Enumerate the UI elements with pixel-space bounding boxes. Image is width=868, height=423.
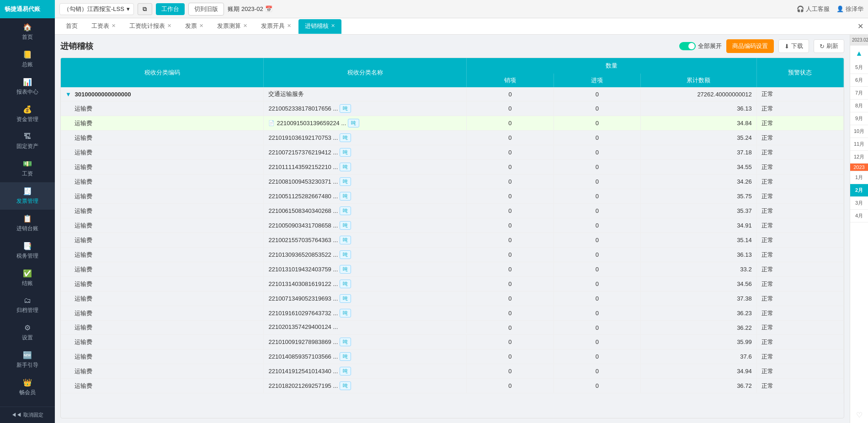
item-tag[interactable]: 吨 — [340, 163, 351, 171]
item-tag[interactable]: 吨 — [340, 338, 351, 346]
table-row[interactable]: 运输费 2210191036192170753 ... 吨 0 0 35.24 … — [61, 131, 844, 145]
tab-sales-audit[interactable]: 进销稽核 ✕ — [298, 19, 341, 34]
sidebar-item-guide[interactable]: 🆕 新手引导 — [0, 346, 55, 374]
workbench-button[interactable]: 工作台 — [156, 3, 185, 15]
sidebar-item-home[interactable]: 🏠 首页 — [0, 18, 55, 46]
tab-salary-table[interactable]: 工资表 ✕ — [85, 19, 122, 34]
item-tag[interactable]: 吨 — [340, 294, 351, 303]
table-row[interactable]: 运输费 2210182021269257195 ... 吨 0 0 36.72 … — [61, 379, 844, 393]
right-panel-month-3[interactable]: 3月 — [850, 197, 868, 210]
sale-cell: 0 — [467, 364, 554, 379]
collapse-icon[interactable]: ▼ — [65, 91, 71, 98]
tab-sales-audit-close[interactable]: ✕ — [331, 23, 335, 29]
close-all-button[interactable]: ✕ — [857, 22, 863, 31]
right-panel-month-7[interactable]: 7月 — [850, 87, 868, 100]
tab-invoice-close[interactable]: ✕ — [199, 23, 203, 29]
right-panel-month-6[interactable]: 6月 — [850, 74, 868, 87]
sidebar-item-sales-ledger[interactable]: 📋 进销台账 — [0, 210, 55, 237]
right-panel-month-9[interactable]: 9月 — [850, 112, 868, 125]
table-row[interactable]: 运输费 2210191610297643732 ... 吨 0 0 36.23 … — [61, 306, 844, 321]
table-row[interactable]: 运输费 📄 2210091503139659224 ... 吨 0 0 34.8… — [61, 116, 844, 131]
item-tag[interactable]: 吨 — [340, 177, 351, 186]
table-row[interactable]: 运输费 2210201357429400124 ... 0 0 36.22 正常 — [61, 321, 844, 335]
table-row[interactable]: 运输费 2210072157376219412 ... 吨 0 0 37.18 … — [61, 145, 844, 160]
table-row[interactable]: 运输费 2210050903431708658 ... 吨 0 0 34.91 … — [61, 218, 844, 233]
refresh-button[interactable]: ↻ 刷新 — [814, 39, 844, 53]
sidebar-item-reports[interactable]: 📊 报表中心 — [0, 73, 55, 100]
table-row[interactable]: 运输费 2210061508340340268 ... 吨 0 0 35.37 … — [61, 204, 844, 218]
expand-toggle[interactable] — [679, 42, 696, 50]
toggle-expand[interactable]: 全部展开 — [679, 42, 722, 50]
tab-invoice-issue[interactable]: 发票开具 ✕ — [255, 19, 298, 34]
copy-button[interactable]: ⧉ — [138, 3, 152, 15]
sidebar-footer-unpin[interactable]: ◀◀ 取消固定 — [0, 407, 55, 423]
right-panel-month-12[interactable]: 12月 — [850, 151, 868, 164]
tab-salary-table-close[interactable]: ✕ — [112, 23, 116, 29]
download-button[interactable]: ⬇ 下载 — [778, 39, 809, 53]
item-tag[interactable]: 吨 — [340, 352, 351, 361]
sidebar-item-tax[interactable]: 📑 税务管理 — [0, 237, 55, 264]
right-panel-month-4[interactable]: 4月 — [850, 210, 868, 222]
company-selector[interactable]: （勾销）江西报宝-LSS ▾ — [59, 3, 134, 15]
sidebar-item-invoice[interactable]: 🧾 发票管理 — [0, 182, 55, 210]
calendar-icon[interactable]: 📅 — [265, 5, 272, 12]
sidebar-item-member[interactable]: 👑 畅会员 — [0, 374, 55, 401]
item-tag[interactable]: 吨 — [340, 148, 351, 157]
sidebar-item-archive[interactable]: 🗂 归档管理 — [0, 292, 55, 319]
item-code-cell: 2210201357429400124 ... — [264, 321, 466, 333]
right-panel-month-5[interactable]: 5月 — [850, 61, 868, 74]
item-tag[interactable]: 吨 — [348, 119, 359, 127]
table-row[interactable]: 运输费 2210051125282667480 ... 吨 0 0 35.75 … — [61, 189, 844, 204]
sidebar-item-settings[interactable]: ⚙ 设置 — [0, 319, 55, 346]
item-tag[interactable]: 吨 — [340, 250, 351, 259]
item-tag[interactable]: 吨 — [340, 206, 351, 215]
status-cell: 正常 — [756, 116, 843, 131]
table-row[interactable]: 运输费 2210111143592152210 ... 吨 0 0 34.55 … — [61, 160, 844, 174]
table-row[interactable]: 运输费 2210130936520853522 ... 吨 0 0 36.13 … — [61, 248, 844, 262]
item-tag[interactable]: 吨 — [340, 104, 351, 113]
product-code-settings-button[interactable]: 商品编码设置 — [726, 39, 774, 53]
item-tag[interactable]: 吨 — [340, 192, 351, 201]
user-info[interactable]: 👤 徐泽华 — [836, 5, 863, 13]
sidebar-item-ledger[interactable]: 📒 总账 — [0, 46, 55, 73]
sidebar-item-assets[interactable]: 🏗 固定资产 — [0, 128, 55, 155]
item-tag[interactable]: 吨 — [340, 367, 351, 375]
table-row[interactable]: 运输费 2210141912541014340 ... 吨 0 0 34.94 … — [61, 364, 844, 379]
table-row[interactable]: 运输费 2210140859357103566 ... 吨 0 0 37.6 正… — [61, 349, 844, 364]
tab-invoice-calc-close[interactable]: ✕ — [243, 23, 247, 29]
item-tag[interactable]: 吨 — [340, 265, 351, 274]
right-panel-month-2-current[interactable]: 2月 — [850, 184, 868, 197]
tab-invoice-calc[interactable]: 发票测算 ✕ — [211, 19, 254, 34]
customer-service[interactable]: 🎧 人工客服 — [797, 5, 830, 13]
sidebar-item-close-account[interactable]: ✅ 结账 — [0, 264, 55, 292]
sidebar-item-finance[interactable]: 💰 资金管理 — [0, 100, 55, 128]
item-tag[interactable]: 吨 — [340, 280, 351, 288]
tab-salary-report[interactable]: 工资统计报表 ✕ — [123, 19, 178, 34]
col-quantity-group: 数量 — [467, 58, 756, 74]
tab-invoice[interactable]: 发票 ✕ — [179, 19, 210, 34]
table-row[interactable]: 运输费 2210071349052319693 ... 吨 0 0 37.38 … — [61, 291, 844, 306]
tab-invoice-issue-close[interactable]: ✕ — [287, 23, 291, 29]
item-tag[interactable]: 吨 — [340, 133, 351, 142]
tab-home[interactable]: 首页 — [59, 19, 84, 34]
tab-salary-report-close[interactable]: ✕ — [167, 23, 171, 29]
table-row[interactable]: 运输费 2210131019432403759 ... 吨 0 0 33.2 正… — [61, 262, 844, 277]
switch-old-button[interactable]: 切到旧版 — [188, 3, 224, 16]
right-panel-up-icon[interactable]: ▲ — [850, 46, 868, 61]
item-tag[interactable]: 吨 — [340, 309, 351, 317]
right-panel-heart-icon[interactable]: ♡ — [850, 407, 868, 423]
item-tag[interactable]: 吨 — [340, 236, 351, 244]
table-row[interactable]: 运输费 2210021557035764363 ... 吨 0 0 35.14 … — [61, 233, 844, 248]
table-row[interactable]: 运输费 2210052338178017656 ... 吨 0 0 36.13 … — [61, 101, 844, 116]
right-panel-month-10[interactable]: 10月 — [850, 125, 868, 138]
item-tag[interactable]: 吨 — [340, 381, 351, 390]
item-tag[interactable]: 吨 — [340, 221, 351, 230]
right-panel-month-11[interactable]: 11月 — [850, 138, 868, 151]
table-row[interactable]: 运输费 2210131403081619122 ... 吨 0 0 34.56 … — [61, 277, 844, 291]
right-panel-month-8[interactable]: 8月 — [850, 100, 868, 112]
table-row[interactable]: ▼ 30100000000000000 交通运输服务 0 0 27262.400… — [61, 87, 844, 101]
table-row[interactable]: 运输费 2210081009453230371 ... 吨 0 0 34.26 … — [61, 174, 844, 189]
sidebar-item-salary[interactable]: 💵 工资 — [0, 155, 55, 182]
table-row[interactable]: 运输费 2210100919278983869 ... 吨 0 0 35.99 … — [61, 335, 844, 349]
right-panel-month-1[interactable]: 1月 — [850, 171, 868, 184]
